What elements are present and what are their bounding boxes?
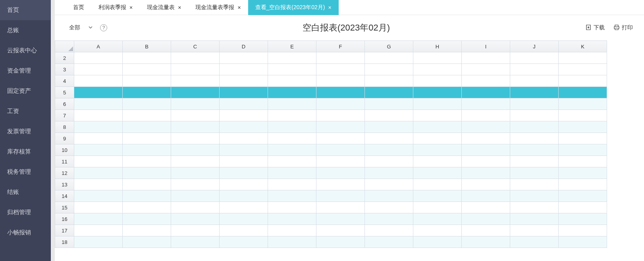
row-header[interactable]: 10 <box>55 144 74 156</box>
cell[interactable] <box>413 98 462 110</box>
row-header[interactable]: 3 <box>55 64 74 75</box>
cell[interactable] <box>74 133 123 144</box>
cell[interactable] <box>74 179 123 190</box>
cell[interactable] <box>316 98 365 110</box>
cell[interactable] <box>413 156 462 167</box>
sidebar-item[interactable]: 小畅报销 <box>0 223 51 243</box>
sidebar-item[interactable]: 固定资产 <box>0 81 51 101</box>
cell[interactable] <box>220 236 268 248</box>
cell[interactable] <box>559 236 607 248</box>
cell[interactable] <box>220 156 268 167</box>
cell[interactable] <box>559 213 607 225</box>
cell[interactable] <box>123 52 171 64</box>
cell[interactable] <box>559 87 607 98</box>
cell[interactable] <box>220 213 268 225</box>
cell[interactable] <box>365 236 413 248</box>
cell[interactable] <box>74 202 123 213</box>
cell[interactable] <box>510 64 559 75</box>
cell[interactable] <box>413 190 462 202</box>
cell[interactable] <box>220 121 268 133</box>
cell[interactable] <box>510 110 559 121</box>
cell[interactable] <box>220 179 268 190</box>
cell[interactable] <box>316 167 365 179</box>
cell[interactable] <box>462 236 510 248</box>
cell[interactable] <box>171 156 220 167</box>
cell[interactable] <box>413 52 462 64</box>
cell[interactable] <box>413 121 462 133</box>
column-header[interactable]: F <box>316 41 365 52</box>
sidebar-item[interactable]: 资金管理 <box>0 61 51 81</box>
cell[interactable] <box>559 179 607 190</box>
row-header[interactable]: 2 <box>55 52 74 64</box>
cell[interactable] <box>74 213 123 225</box>
cell[interactable] <box>510 133 559 144</box>
cell[interactable] <box>462 190 510 202</box>
cell[interactable] <box>268 156 316 167</box>
cell[interactable] <box>559 133 607 144</box>
cell[interactable] <box>510 202 559 213</box>
cell[interactable] <box>510 52 559 64</box>
cell[interactable] <box>220 64 268 75</box>
row-header[interactable]: 13 <box>55 179 74 190</box>
column-header[interactable]: A <box>74 41 123 52</box>
cell[interactable] <box>171 110 220 121</box>
cell[interactable] <box>171 98 220 110</box>
cell[interactable] <box>268 87 316 98</box>
cell[interactable] <box>413 213 462 225</box>
row-header[interactable]: 9 <box>55 133 74 144</box>
cell[interactable] <box>220 52 268 64</box>
cell[interactable] <box>462 179 510 190</box>
cell[interactable] <box>510 190 559 202</box>
cell[interactable] <box>316 156 365 167</box>
close-icon[interactable]: × <box>178 5 181 10</box>
cell[interactable] <box>413 144 462 156</box>
cell[interactable] <box>365 213 413 225</box>
cell[interactable] <box>123 133 171 144</box>
row-header[interactable]: 18 <box>55 236 74 248</box>
sidebar-scrollbar[interactable] <box>51 0 55 261</box>
row-header[interactable]: 12 <box>55 167 74 179</box>
cell[interactable] <box>316 202 365 213</box>
cell[interactable] <box>123 75 171 87</box>
cell[interactable] <box>171 133 220 144</box>
cell[interactable] <box>365 156 413 167</box>
close-icon[interactable]: × <box>328 5 331 10</box>
cell[interactable] <box>123 225 171 236</box>
cell[interactable] <box>74 98 123 110</box>
row-header[interactable]: 11 <box>55 156 74 167</box>
column-header[interactable]: D <box>220 41 268 52</box>
cell[interactable] <box>220 190 268 202</box>
cell[interactable] <box>413 167 462 179</box>
cell[interactable] <box>123 167 171 179</box>
cell[interactable] <box>74 167 123 179</box>
cell[interactable] <box>171 121 220 133</box>
cell[interactable] <box>268 64 316 75</box>
cell[interactable] <box>74 75 123 87</box>
cell[interactable] <box>316 133 365 144</box>
cell[interactable] <box>74 64 123 75</box>
cell[interactable] <box>171 64 220 75</box>
cell[interactable] <box>171 87 220 98</box>
cell[interactable] <box>316 64 365 75</box>
cell[interactable] <box>171 225 220 236</box>
grid-corner[interactable] <box>55 41 74 52</box>
cell[interactable] <box>365 144 413 156</box>
cell[interactable] <box>316 190 365 202</box>
cell[interactable] <box>171 179 220 190</box>
tab[interactable]: 首页 <box>66 0 91 15</box>
cell[interactable] <box>413 87 462 98</box>
cell[interactable] <box>268 213 316 225</box>
cell[interactable] <box>365 202 413 213</box>
tab[interactable]: 现金流量表季报× <box>188 0 248 15</box>
cell[interactable] <box>413 179 462 190</box>
cell[interactable] <box>462 64 510 75</box>
cell[interactable] <box>220 144 268 156</box>
row-header[interactable]: 8 <box>55 121 74 133</box>
row-header[interactable]: 15 <box>55 202 74 213</box>
cell[interactable] <box>123 190 171 202</box>
filter-dropdown[interactable]: 全部 <box>66 23 83 33</box>
cell[interactable] <box>462 213 510 225</box>
cell[interactable] <box>559 121 607 133</box>
cell[interactable] <box>123 121 171 133</box>
cell[interactable] <box>316 52 365 64</box>
